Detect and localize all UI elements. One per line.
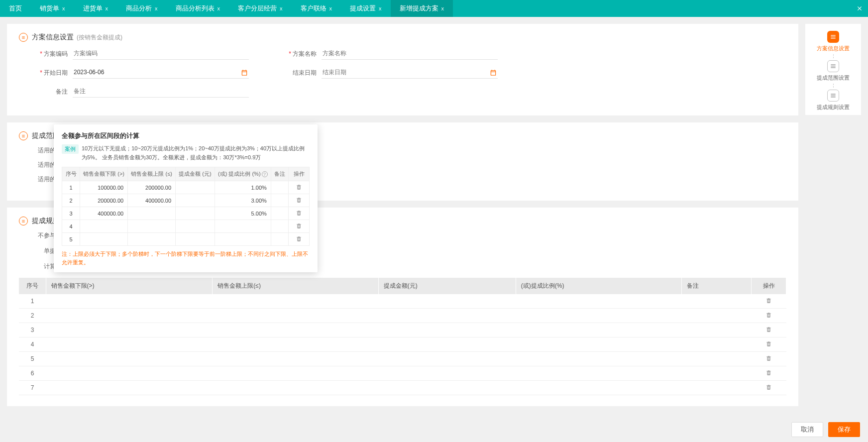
delete-row-button[interactable]: [765, 385, 772, 392]
tab-close-icon[interactable]: x: [106, 5, 108, 11]
table-row: 4: [62, 220, 310, 233]
cell-remark[interactable]: [682, 366, 752, 381]
table-row[interactable]: 2: [19, 309, 786, 323]
delete-row-button[interactable]: [765, 356, 772, 363]
cell-lower[interactable]: [46, 352, 213, 366]
cell-op: [289, 207, 310, 220]
cell-op: [289, 233, 310, 246]
step-nav-item-rules[interactable]: 提成规则设置: [817, 90, 850, 111]
cell-remark[interactable]: [682, 294, 752, 309]
cell-ratio[interactable]: [516, 294, 682, 309]
calendar-icon[interactable]: [490, 69, 497, 76]
cell-ratio[interactable]: [516, 381, 682, 395]
end-date-input[interactable]: [322, 67, 498, 79]
cell-upper[interactable]: [213, 337, 379, 352]
table-row[interactable]: 1: [19, 294, 786, 309]
delete-row-button[interactable]: [296, 211, 302, 217]
cell-upper[interactable]: [213, 309, 379, 323]
table-row[interactable]: 5: [19, 352, 786, 366]
tab-close-icon[interactable]: x: [441, 5, 444, 11]
cell-lower[interactable]: [46, 294, 213, 309]
th-remark: 备注: [271, 167, 288, 181]
cell-ratio[interactable]: [516, 309, 682, 323]
delete-row-button[interactable]: [765, 298, 772, 305]
case-tag: 案例: [62, 144, 79, 154]
delete-row-button[interactable]: [765, 313, 772, 320]
remark-input[interactable]: [73, 86, 249, 98]
cell-ratio[interactable]: [516, 323, 682, 337]
start-date-input[interactable]: [73, 67, 249, 79]
tab-new-commission-plan[interactable]: 新增提成方案x: [391, 0, 453, 17]
cell-remark[interactable]: [682, 337, 752, 352]
cell-lower[interactable]: [46, 366, 213, 381]
tab-purchase-order[interactable]: 进货单x: [74, 0, 117, 17]
tab-product-analysis-list[interactable]: 商品分析列表x: [167, 0, 229, 17]
cell-upper: [128, 233, 176, 246]
cell-ratio[interactable]: [516, 337, 682, 352]
tab-close-icon[interactable]: x: [329, 5, 332, 11]
cell-upper[interactable]: [213, 323, 379, 337]
tab-customer-tier[interactable]: 客户分层经营x: [229, 0, 292, 17]
delete-row-button[interactable]: [765, 341, 772, 348]
tab-sales-order[interactable]: 销货单x: [31, 0, 74, 17]
delete-row-button[interactable]: [296, 237, 302, 243]
cell-upper[interactable]: [213, 381, 379, 395]
tab-commission-settings[interactable]: 提成设置x: [341, 0, 391, 17]
cell-ratio[interactable]: [516, 352, 682, 366]
delete-row-button[interactable]: [296, 185, 302, 191]
cell-upper[interactable]: [213, 366, 379, 381]
cell-upper[interactable]: [213, 352, 379, 366]
table-row[interactable]: 6: [19, 366, 786, 381]
cell-op: [752, 352, 786, 366]
cell-remark[interactable]: [682, 323, 752, 337]
cell-amount[interactable]: [378, 381, 516, 395]
cell-amount[interactable]: [378, 352, 516, 366]
cell-remark: [271, 220, 288, 233]
cell-amount: [176, 181, 215, 194]
tabs-close-all-button[interactable]: [851, 0, 868, 17]
cell-upper: 200000.00: [128, 181, 176, 194]
cancel-button[interactable]: 取消: [791, 422, 823, 437]
cell-upper[interactable]: [213, 294, 379, 309]
panel-title: 方案信息设置: [32, 33, 74, 42]
tab-label: 首页: [9, 4, 22, 13]
cell-remark[interactable]: [682, 309, 752, 323]
section-icon: ≡: [19, 217, 28, 225]
step-nav-item-scope[interactable]: 提成范围设置: [817, 60, 850, 82]
cell-lower[interactable]: [46, 337, 213, 352]
tab-close-icon[interactable]: x: [217, 5, 220, 11]
plan-code-input[interactable]: [73, 48, 249, 60]
cell-lower[interactable]: [46, 323, 213, 337]
cell-lower[interactable]: [46, 309, 213, 323]
table-row[interactable]: 3: [19, 323, 786, 337]
cell-amount[interactable]: [378, 323, 516, 337]
table-row: 2200000.00400000.003.00%: [62, 194, 310, 207]
tab-close-icon[interactable]: x: [62, 5, 65, 11]
plan-name-input[interactable]: [322, 48, 498, 60]
tab-product-analysis[interactable]: 商品分析x: [117, 0, 167, 17]
step-nav-item-info[interactable]: 方案信息设置: [817, 31, 850, 52]
tab-customer-contact[interactable]: 客户联络x: [292, 0, 341, 17]
delete-row-button[interactable]: [296, 198, 302, 204]
calendar-icon[interactable]: [241, 69, 248, 76]
table-row[interactable]: 7: [19, 381, 786, 395]
delete-row-button[interactable]: [296, 224, 302, 230]
delete-row-button[interactable]: [765, 327, 772, 334]
cell-remark[interactable]: [682, 381, 752, 395]
save-button[interactable]: 保存: [828, 422, 860, 437]
tab-close-icon[interactable]: x: [280, 5, 283, 11]
cell-remark[interactable]: [682, 352, 752, 366]
tab-home[interactable]: 首页: [0, 0, 31, 17]
cell-upper: [128, 220, 176, 233]
tab-close-icon[interactable]: x: [155, 5, 158, 11]
cell-ratio[interactable]: [516, 366, 682, 381]
cell-amount[interactable]: [378, 294, 516, 309]
tab-close-icon[interactable]: x: [379, 5, 382, 11]
delete-row-button[interactable]: [765, 370, 772, 377]
cell-amount[interactable]: [378, 337, 516, 352]
cell-lower[interactable]: [46, 381, 213, 395]
cell-amount[interactable]: [378, 366, 516, 381]
cell-seq: 3: [19, 323, 46, 337]
cell-amount[interactable]: [378, 309, 516, 323]
table-row[interactable]: 4: [19, 337, 786, 352]
